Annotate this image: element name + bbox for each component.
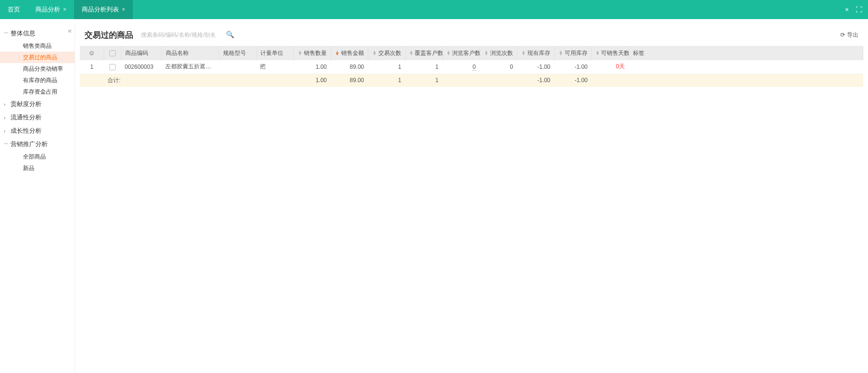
sidebar-group-label: 贡献度分析 (11, 100, 42, 108)
row-checkbox[interactable] (109, 64, 116, 70)
sidebar-group-label: 整体信息 (11, 29, 35, 38)
select-all-checkbox[interactable] (109, 50, 116, 56)
sidebar-item-label: 交易过的商品 (23, 54, 57, 61)
chevron-down-icon: ﹀ (4, 141, 9, 148)
cell-name: 左都胶囊五折遮阳伞防晒伞 (161, 60, 219, 74)
search-wrap: 🔍 (141, 28, 234, 42)
fullscreen-icon[interactable]: ⛶ (856, 6, 862, 13)
sidebar-group-label: 流通性分析 (11, 113, 42, 122)
tab-product-analysis-list[interactable]: 商品分析列表 × (74, 0, 133, 19)
totals-stock: -1.00 (517, 74, 554, 87)
sidebar-item-new-products[interactable]: 新品 (0, 162, 75, 174)
top-tab-bar: 首页 商品分析 × 商品分析列表 × × ⛶ (0, 0, 868, 19)
cell-sale-days: 0天 (591, 60, 629, 74)
col-header-sale-days[interactable]: ▲▼可销售天数 (591, 46, 629, 60)
cell-stock: -1.00 (517, 60, 554, 74)
sidebar-item-label: 新品 (23, 165, 34, 171)
col-header-stock[interactable]: ▲▼现有库存 (517, 46, 554, 60)
sort-icon: ▲▼ (409, 51, 414, 55)
cell-customers: 1 (405, 60, 442, 74)
col-header-trades[interactable]: ▲▼交易次数 (368, 46, 405, 60)
totals-trades: 1 (368, 74, 405, 87)
sidebar-group-growth[interactable]: ›成长性分析 (0, 124, 75, 138)
cell-view-customers[interactable]: 0 (442, 60, 480, 74)
table-row[interactable]: 1 002600003 左都胶囊五折遮阳伞防晒伞 把 1.00 89.00 1 … (80, 60, 863, 74)
export-label: 导出 (847, 31, 858, 39)
sidebar-group-label: 营销推广分析 (11, 140, 48, 149)
search-input[interactable] (141, 28, 222, 42)
tab-product-analysis[interactable]: 商品分析 × (28, 0, 74, 19)
sort-icon: ▲▼ (447, 51, 451, 55)
sort-icon: ▲▼ (596, 51, 600, 55)
sort-icon: ▲▼ (522, 51, 526, 55)
col-header-tags[interactable]: 标签 (629, 46, 863, 60)
col-header-amount[interactable]: ▲▼销售金额 (331, 46, 368, 60)
cell-amount: 89.00 (331, 60, 368, 74)
data-table: ⚙ 商品编码 商品名称 规格型号 计量单位 ▲▼销售数量 ▲▼销售金额 ▲▼交易… (80, 46, 863, 87)
chevron-right-icon: › (4, 128, 5, 134)
col-header-spec[interactable]: 规格型号 (219, 46, 256, 60)
sidebar-item-label: 有库存的商品 (23, 77, 57, 84)
close-all-icon[interactable]: × (845, 6, 849, 13)
cell-spec (219, 60, 256, 74)
col-header-unit[interactable]: 计量单位 (256, 46, 293, 60)
page-title: 交易过的商品 (85, 30, 133, 41)
sidebar-group-overall[interactable]: ﹀整体信息 (0, 27, 75, 40)
cell-tags (629, 60, 863, 74)
sort-icon: ▲▼ (373, 51, 377, 55)
sidebar-item-traded-products[interactable]: 交易过的商品 (0, 52, 75, 63)
cell-available: -1.00 (554, 60, 591, 74)
sidebar-item-all-products[interactable]: 全部商品 (0, 151, 75, 162)
tab-label: 首页 (8, 5, 20, 14)
cell-code: 002600003 (121, 60, 161, 74)
totals-label: 合计: (104, 74, 161, 87)
close-icon[interactable]: × (122, 6, 125, 13)
cell-unit: 把 (256, 60, 293, 74)
sort-icon: ▲▼ (484, 51, 489, 55)
totals-amount: 89.00 (331, 74, 368, 87)
sort-icon: ▲▼ (335, 51, 340, 55)
sidebar-item-label: 销售类商品 (23, 43, 52, 49)
tab-label: 商品分析列表 (82, 5, 119, 14)
sidebar-item-in-stock[interactable]: 有库存的商品 (0, 75, 75, 86)
table-totals-row: 合计: 1.00 89.00 1 1 -1.00 -1.00 (80, 74, 863, 87)
chevron-right-icon: › (4, 115, 5, 120)
sidebar-item-capital-occupancy[interactable]: 库存资金占用 (0, 86, 75, 97)
sidebar-item-label: 商品分类动销率 (23, 65, 63, 72)
tab-label: 商品分析 (35, 5, 60, 14)
col-header-available[interactable]: ▲▼可用库存 (554, 46, 591, 60)
top-right-controls: × ⛶ (839, 0, 868, 19)
sidebar-group-label: 成长性分析 (11, 127, 42, 135)
chevron-down-icon: ﹀ (4, 30, 9, 37)
cell-trades: 1 (368, 60, 405, 74)
sidebar-group-circulation[interactable]: ›流通性分析 (0, 111, 75, 124)
sidebar-item-category-rate[interactable]: 商品分类动销率 (0, 63, 75, 75)
sidebar-item-label: 全部商品 (23, 153, 46, 160)
sidebar-group-contribution[interactable]: ›贡献度分析 (0, 97, 75, 111)
export-button[interactable]: ⟳ 导出 (840, 31, 858, 39)
col-header-qty[interactable]: ▲▼销售数量 (293, 46, 331, 60)
col-header-customers[interactable]: ▲▼覆盖客户数 (405, 46, 442, 60)
sort-icon: ▲▼ (559, 51, 563, 55)
tab-home[interactable]: 首页 (0, 0, 28, 19)
export-icon: ⟳ (840, 32, 845, 38)
sidebar-item-label: 库存资金占用 (23, 88, 57, 95)
cell-views: 0 (480, 60, 517, 74)
sort-icon: ▲▼ (298, 51, 302, 55)
sidebar: « ﹀整体信息 销售类商品 交易过的商品 商品分类动销率 有库存的商品 库存资金… (0, 24, 75, 373)
col-header-views[interactable]: ▲▼浏览次数 (480, 46, 517, 60)
close-icon[interactable]: × (63, 6, 66, 13)
totals-available: -1.00 (554, 74, 591, 87)
chevron-right-icon: › (4, 102, 5, 107)
totals-customers: 1 (405, 74, 442, 87)
sidebar-group-marketing[interactable]: ﹀营销推广分析 (0, 138, 75, 151)
col-header-name[interactable]: 商品名称 (161, 46, 219, 60)
search-icon[interactable]: 🔍 (226, 31, 234, 38)
table-header-row: ⚙ 商品编码 商品名称 规格型号 计量单位 ▲▼销售数量 ▲▼销售金额 ▲▼交易… (80, 46, 863, 60)
col-header-view-customers[interactable]: ▲▼浏览客户数 (442, 46, 480, 60)
spacer (0, 19, 868, 24)
gear-icon[interactable]: ⚙ (89, 50, 95, 57)
title-bar: 交易过的商品 🔍 ⟳ 导出 (75, 24, 868, 46)
sidebar-item-sale-products[interactable]: 销售类商品 (0, 40, 75, 52)
col-header-code[interactable]: 商品编码 (121, 46, 161, 60)
